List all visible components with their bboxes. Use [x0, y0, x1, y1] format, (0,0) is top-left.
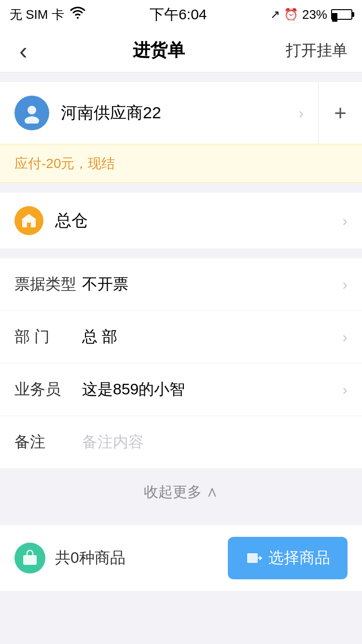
battery-label: 23%	[302, 7, 327, 22]
remark-label: 备注	[14, 432, 82, 453]
alarm-icon: ⏰	[284, 8, 298, 21]
department-value: 总 部	[82, 326, 337, 348]
wifi-icon	[69, 6, 86, 23]
chevron-right-icon: ›	[298, 104, 304, 122]
collapse-row[interactable]: 收起更多 ∧	[0, 469, 362, 516]
no-sim-label: 无 SIM 卡	[10, 6, 64, 23]
warehouse-selector[interactable]: 总仓 ›	[0, 193, 362, 249]
salesperson-chevron-icon: ›	[342, 381, 348, 399]
warehouse-chevron-icon: ›	[342, 212, 348, 230]
open-pending-button[interactable]: 打开挂单	[286, 40, 348, 61]
content-area: 河南供应商22 › + 应付-20元，现结 总仓 › 票据类型 不开票 ›	[0, 82, 362, 644]
notice-text: 应付-20元，现结	[14, 156, 115, 171]
svg-marker-3	[21, 214, 37, 220]
department-row[interactable]: 部 门 总 部 ›	[0, 311, 362, 364]
salesperson-label: 业务员	[14, 379, 82, 400]
form-section: 票据类型 不开票 › 部 门 总 部 › 业务员 这是859的小智 › 备注 备…	[0, 258, 362, 469]
status-time: 下午6:04	[150, 5, 207, 25]
svg-point-1	[25, 116, 39, 124]
collapse-label: 收起更多 ∧	[144, 482, 218, 502]
select-goods-label: 选择商品	[268, 547, 330, 569]
department-chevron-icon: ›	[342, 328, 348, 346]
remark-row: 备注 备注内容	[0, 416, 362, 469]
status-left: 无 SIM 卡	[10, 6, 86, 23]
add-supplier-button[interactable]: +	[319, 82, 362, 144]
warehouse-icon	[14, 206, 43, 235]
notice-banner: 应付-20元，现结	[0, 144, 362, 183]
invoice-type-label: 票据类型	[14, 274, 82, 295]
battery-icon	[331, 9, 352, 20]
warehouse-section: 总仓 ›	[0, 193, 362, 249]
back-button[interactable]: ‹	[14, 32, 32, 70]
invoice-type-row[interactable]: 票据类型 不开票 ›	[0, 258, 362, 311]
salesperson-row[interactable]: 业务员 这是859的小智 ›	[0, 364, 362, 416]
svg-rect-5	[23, 555, 37, 565]
warehouse-name: 总仓	[55, 210, 337, 232]
invoice-type-value: 不开票	[82, 274, 337, 295]
status-bar: 无 SIM 卡 下午6:04 ↗ ⏰ 23%	[0, 0, 362, 29]
supplier-selector[interactable]: 河南供应商22 ›	[0, 82, 319, 144]
salesperson-value: 这是859的小智	[82, 379, 337, 400]
page-footer	[0, 591, 362, 644]
supplier-avatar	[14, 96, 49, 130]
nav-bar: ‹ 进货单 打开挂单	[0, 29, 362, 72]
bottom-bar: 共0种商品 选择商品	[0, 525, 362, 591]
department-label: 部 门	[14, 326, 82, 348]
status-right: ↗ ⏰ 23%	[270, 7, 352, 22]
svg-point-0	[28, 106, 36, 114]
svg-rect-6	[247, 553, 258, 563]
select-goods-button[interactable]: 选择商品	[228, 537, 348, 579]
svg-rect-4	[27, 223, 31, 227]
goods-icon	[14, 543, 45, 574]
invoice-type-chevron-icon: ›	[342, 276, 348, 294]
location-icon: ↗	[270, 8, 280, 21]
remark-input[interactable]: 备注内容	[82, 432, 348, 453]
supplier-name: 河南供应商22	[61, 102, 293, 124]
supplier-section: 河南供应商22 › +	[0, 82, 362, 144]
page-title: 进货单	[133, 39, 185, 62]
goods-count-label: 共0种商品	[55, 547, 218, 569]
